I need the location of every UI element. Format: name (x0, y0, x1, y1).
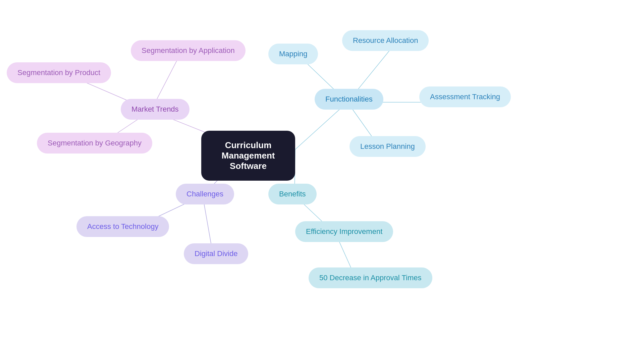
resource-alloc-node: Resource Allocation (342, 30, 429, 51)
seg-by-product-node: Segmentation by Product (7, 62, 111, 83)
center-node: Curriculum Management Software (201, 131, 295, 181)
efficiency-improve-node: Efficiency Improvement (295, 221, 393, 242)
seg-by-geo-node: Segmentation by Geography (37, 133, 152, 154)
functionalities-node: Functionalities (315, 89, 383, 110)
benefits-node: Benefits (268, 184, 317, 204)
seg-by-app-node: Segmentation by Application (131, 40, 246, 61)
assessment-tracking-node: Assessment Tracking (419, 86, 511, 107)
decrease-approval-node: 50 Decrease in Approval Times (309, 267, 432, 288)
lesson-planning-node: Lesson Planning (350, 136, 426, 157)
challenges-node: Challenges (176, 184, 234, 204)
digital-divide-node: Digital Divide (184, 243, 248, 264)
access-tech-node: Access to Technology (76, 216, 169, 237)
mapping-node: Mapping (268, 44, 318, 64)
market-trends-node: Market Trends (121, 99, 190, 120)
